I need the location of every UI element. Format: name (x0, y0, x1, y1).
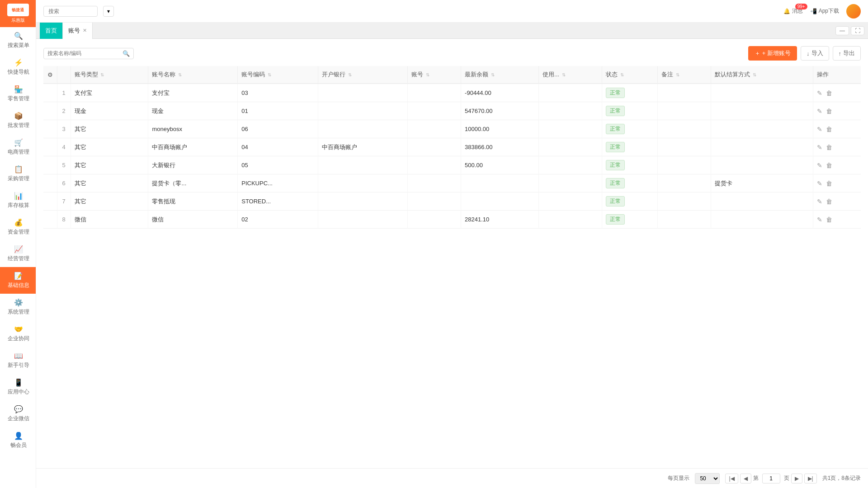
col-balance[interactable]: 最新余额 ⇅ (461, 66, 539, 84)
export-button[interactable]: ↑ 导出 (833, 46, 861, 61)
row-num: 3 (57, 120, 71, 138)
row-name: 大新银行 (148, 156, 238, 174)
page-size-select[interactable]: 50 100 200 (695, 473, 720, 484)
row-default-settlement (711, 156, 813, 174)
row-status: 正常 (602, 156, 658, 174)
edit-icon[interactable]: ✎ (817, 198, 822, 205)
sidebar-item-inventory[interactable]: 📊 库存核算 (0, 187, 36, 214)
sidebar-item-corp-wechat[interactable]: 💬 企业微信 (0, 400, 36, 427)
edit-icon[interactable]: ✎ (817, 126, 822, 133)
sidebar-item-wholesale[interactable]: 📦 批发管理 (0, 107, 36, 134)
row-remark (658, 138, 711, 156)
add-label: + 新增账号 (762, 49, 791, 57)
edit-icon[interactable]: ✎ (817, 89, 822, 97)
col-account[interactable]: 账号 ⇅ (408, 66, 461, 84)
col-type[interactable]: 账号类型 ⇅ (71, 66, 148, 84)
sidebar-item-basic-info[interactable]: 📝 基础信息 (0, 267, 36, 294)
user-avatar[interactable] (846, 4, 861, 19)
delete-icon[interactable]: 🗑 (826, 180, 832, 187)
prev-page-button[interactable]: ◀ (740, 474, 751, 483)
col-usage[interactable]: 使用... ⇅ (539, 66, 602, 84)
row-type: 微信 (71, 211, 148, 229)
sidebar-item-label: 企业协同 (8, 335, 29, 343)
edit-icon[interactable]: ✎ (817, 108, 822, 115)
row-actions: ✎ 🗑 (813, 102, 861, 120)
table-row: 7 其它 零售抵现 STORED... 正常 ✎ 🗑 (43, 192, 861, 211)
edit-icon[interactable]: ✎ (817, 162, 822, 169)
add-account-button[interactable]: ＋ + 新增账号 (748, 46, 797, 61)
sidebar-item-member[interactable]: 👤 畅会员 (0, 427, 36, 454)
col-name[interactable]: 账号名称 ⇅ (148, 66, 238, 84)
sidebar-item-quick-nav[interactable]: ⚡ 快捷导航 (0, 54, 36, 80)
edit-icon[interactable]: ✎ (817, 216, 822, 223)
tab-home[interactable]: 首页 (40, 23, 63, 39)
status-badge: 正常 (606, 124, 625, 134)
sidebar-item-company[interactable]: 🤝 企业协同 (0, 320, 36, 347)
search-input[interactable] (47, 50, 120, 56)
delete-icon[interactable]: 🗑 (826, 162, 832, 169)
col-bank[interactable]: 开户银行 ⇅ (318, 66, 408, 84)
row-name: 支付宝 (148, 84, 238, 102)
row-code: PICKUPC... (238, 174, 318, 192)
sidebar-item-guide[interactable]: 📖 新手引导 (0, 347, 36, 374)
row-actions: ✎ 🗑 (813, 174, 861, 192)
row-num: 4 (57, 138, 71, 156)
search-menu-icon: 🔍 (14, 32, 23, 40)
delete-icon[interactable]: 🗑 (826, 198, 832, 205)
delete-icon[interactable]: 🗑 (826, 89, 832, 97)
retail-icon: 🏪 (14, 85, 23, 94)
sidebar-item-purchase[interactable]: 📋 采购管理 (0, 160, 36, 187)
row-usage (539, 156, 602, 174)
sidebar-item-search-menu[interactable]: 🔍 搜索菜单 (0, 27, 36, 54)
first-page-button[interactable]: |◀ (725, 474, 738, 483)
edit-icon[interactable]: ✎ (817, 180, 822, 187)
delete-icon[interactable]: 🗑 (826, 144, 832, 151)
member-icon: 👤 (14, 432, 23, 440)
last-page-button[interactable]: ▶| (804, 474, 817, 483)
message-button[interactable]: 🔔 消息 99+ (783, 7, 803, 15)
search-icon[interactable]: 🔍 (123, 50, 130, 57)
row-bank (318, 211, 408, 229)
sidebar-item-finance[interactable]: 💰 资金管理 (0, 214, 36, 240)
sidebar-item-system[interactable]: ⚙️ 系统管理 (0, 294, 36, 320)
col-default-settlement[interactable]: 默认结算方式 ⇅ (711, 66, 813, 84)
row-default-settlement (711, 120, 813, 138)
tab-bar: 首页 账号 ✕ — ⛶ (36, 23, 868, 39)
page-input[interactable] (762, 474, 780, 483)
system-icon: ⚙️ (14, 298, 23, 307)
dropdown-button[interactable]: ▾ (103, 6, 114, 17)
add-icon: ＋ (755, 49, 760, 57)
app-download-button[interactable]: 📲 App下载 (810, 7, 839, 15)
next-page-button[interactable]: ▶ (791, 474, 802, 483)
tab-close-icon[interactable]: ✕ (83, 28, 87, 33)
sidebar-item-label: 库存核算 (8, 202, 29, 209)
sidebar-item-ecommerce[interactable]: 🛒 电商管理 (0, 134, 36, 160)
tab-accounts[interactable]: 账号 ✕ (63, 23, 93, 39)
edit-icon[interactable]: ✎ (817, 144, 822, 151)
global-search-input[interactable] (43, 6, 98, 17)
row-settings (43, 102, 57, 120)
row-bank (318, 102, 408, 120)
row-type: 其它 (71, 120, 148, 138)
finance-icon: 💰 (14, 218, 23, 227)
col-remark[interactable]: 备注 ⇅ (658, 66, 711, 84)
col-status[interactable]: 状态 ⇅ (602, 66, 658, 84)
tab-maximize-button[interactable]: ⛶ (851, 26, 864, 35)
import-button[interactable]: ↓ 导入 (801, 46, 829, 61)
sidebar-item-app-center[interactable]: 📱 应用中心 (0, 374, 36, 400)
delete-icon[interactable]: 🗑 (826, 126, 832, 133)
delete-icon[interactable]: 🗑 (826, 216, 832, 223)
sidebar-item-label: 应用中心 (8, 388, 29, 396)
col-settings[interactable]: ⚙ (43, 66, 57, 84)
delete-icon[interactable]: 🗑 (826, 108, 832, 115)
row-num: 1 (57, 84, 71, 102)
col-code[interactable]: 账号编码 ⇅ (238, 66, 318, 84)
row-settings (43, 192, 57, 211)
row-settings (43, 84, 57, 102)
tab-minimize-button[interactable]: — (835, 26, 849, 35)
sidebar-item-operations[interactable]: 📈 经营管理 (0, 240, 36, 267)
row-name: 微信 (148, 211, 238, 229)
operations-icon: 📈 (14, 245, 23, 253)
sidebar-item-retail[interactable]: 🏪 零售管理 (0, 80, 36, 107)
row-account (408, 102, 461, 120)
